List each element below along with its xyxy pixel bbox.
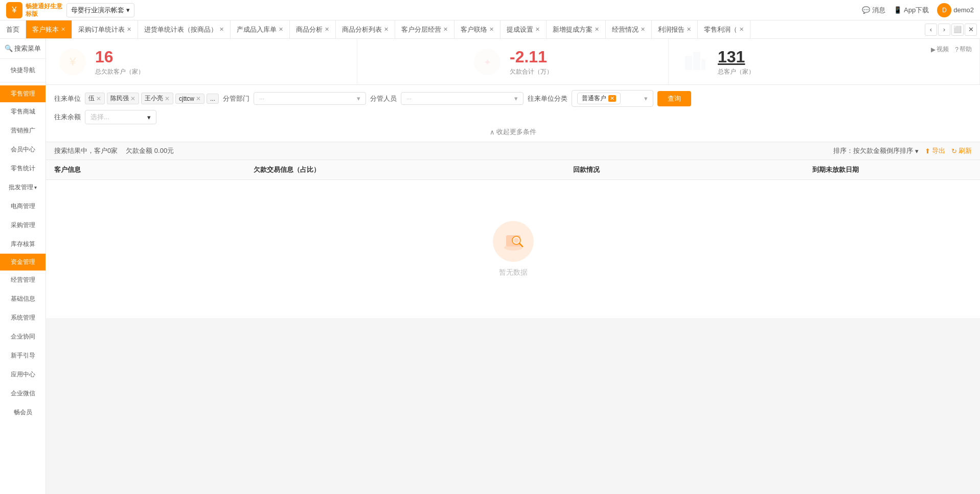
sidebar-item-purchase[interactable]: 采购管理 [0, 216, 45, 235]
sort-select[interactable]: 排序：按欠款金额倒序排序 ▾ [833, 146, 919, 155]
query-button[interactable]: 查询 [657, 91, 691, 106]
sidebar-item-enterprise-wechat[interactable]: 企业微信 [0, 384, 45, 403]
unit-tag-2[interactable]: 王小亮 ✕ [141, 93, 173, 104]
tab-accounts-receivable[interactable]: 客户账本 ✕ [26, 20, 72, 39]
content-area: ▶ 视频 ? 帮助 ¥ 16 总欠款客户（家） [46, 39, 980, 494]
video-btn[interactable]: ▶ 视频 [931, 45, 949, 54]
tab-stock-stats[interactable]: 进货单统计表（按商品） ✕ [138, 20, 231, 39]
remove-tag-icon[interactable]: ✕ [96, 95, 101, 102]
close-icon[interactable]: ✕ [535, 26, 540, 33]
chevron-up-icon: ∧ [490, 128, 495, 136]
close-icon[interactable]: ✕ [384, 26, 389, 33]
tabs-scroll-right[interactable]: › [938, 24, 950, 36]
sidebar-item-member[interactable]: 会员中心 [0, 140, 45, 159]
close-icon[interactable]: ✕ [739, 26, 744, 33]
stat-label-1: 总欠款客户（家） [95, 68, 144, 76]
company-select[interactable]: 母婴行业演示帐套 ▾ [66, 3, 134, 17]
unit-tag-more[interactable]: ... [207, 94, 219, 104]
tab-customer-connect[interactable]: 客户联络 ✕ [454, 20, 500, 39]
stats-top-right: ▶ 视频 ? 帮助 [931, 45, 972, 54]
stat-value-1: 16 [95, 48, 144, 66]
remove-tag-icon[interactable]: ✕ [608, 95, 616, 102]
sidebar-item-retail-stats[interactable]: 零售统计 [0, 159, 45, 178]
stat-info-3: 131 总客户（家） [718, 48, 755, 76]
help-btn[interactable]: ? 帮助 [955, 45, 972, 54]
unit-tag-0[interactable]: 伍 ✕ [85, 93, 105, 104]
close-icon[interactable]: ✕ [279, 26, 283, 33]
refresh-button[interactable]: ↻ 刷新 [951, 146, 972, 155]
tabs-close-all[interactable]: ✕ [965, 24, 977, 36]
data-table: 客户信息 欠款交易信息（占比） 回款情况 到期未放款日期 暂无数据 [46, 160, 980, 318]
sidebar-item-inventory[interactable]: 库存核算 [0, 235, 45, 254]
chevron-down-icon: ▾ [915, 147, 919, 155]
unit-type-tag[interactable]: 普通客户 ✕ [577, 93, 621, 104]
filter-row-2: 往来余额 选择... ▾ [54, 110, 972, 124]
tab-operations[interactable]: 经营情况 ✕ [606, 20, 652, 39]
sidebar-item-quick-nav[interactable]: 快捷导航 [0, 62, 45, 79]
svg-rect-4 [685, 56, 692, 70]
remove-tag-icon[interactable]: ✕ [196, 95, 201, 102]
tab-retail-profit[interactable]: 零售利润（ ✕ [698, 20, 750, 39]
collapse-button[interactable]: ∧ 收起更多条件 [490, 127, 536, 137]
sidebar-item-finance[interactable]: 资金管理 [0, 254, 45, 271]
close-icon[interactable]: ✕ [127, 26, 131, 33]
balance-input[interactable]: 选择... ▾ [85, 110, 156, 124]
sidebar-item-operations-mgmt[interactable]: 经营管理 [0, 271, 45, 289]
col-header-payment: 回款情况 [573, 165, 812, 174]
sidebar-item-retail-mall[interactable]: 零售商城 [0, 102, 45, 121]
svg-point-10 [514, 238, 519, 243]
close-icon[interactable]: ✕ [595, 26, 599, 33]
empty-icon [493, 221, 534, 262]
tab-goods-analysis-list[interactable]: 商品分析列表 ✕ [336, 20, 395, 39]
close-icon[interactable]: ✕ [443, 26, 448, 33]
tabs-scroll-left[interactable]: ‹ [925, 24, 937, 36]
top-bar-left: ¥ 畅捷通好生意 标版 母婴行业演示帐套 ▾ [6, 2, 134, 18]
tab-profit-report[interactable]: 利润报告 ✕ [652, 20, 698, 39]
close-icon[interactable]: ✕ [61, 26, 65, 33]
unit-label: 往来单位 [54, 94, 81, 103]
close-icon[interactable]: ✕ [489, 26, 494, 33]
tab-new-promotion[interactable]: 新增提成方案 ✕ [546, 20, 606, 39]
unit-tag-3[interactable]: cjttcw ✕ [175, 94, 204, 104]
sidebar-item-newbie[interactable]: 新手引导 [0, 346, 45, 365]
chevron-down-icon: ▾ [644, 95, 648, 102]
export-button[interactable]: ⬆ 导出 [925, 146, 945, 155]
remove-tag-icon[interactable]: ✕ [165, 95, 170, 102]
message-btn[interactable]: 💬 消息 [862, 6, 885, 15]
user-menu[interactable]: D demo2 [937, 3, 974, 17]
sidebar-item-marketing[interactable]: 营销推广 [0, 121, 45, 140]
sidebar-item-retail[interactable]: 零售管理 [0, 85, 45, 102]
dept-label: 分管部门 [223, 94, 249, 103]
tab-home[interactable]: 首页 [0, 20, 26, 39]
sidebar-item-basic-info[interactable]: 基础信息 [0, 289, 45, 308]
tab-goods-analysis[interactable]: 商品分析 ✕ [290, 20, 336, 39]
sidebar-item-vip-member[interactable]: 畅会员 [0, 403, 45, 422]
sidebar-item-system[interactable]: 系统管理 [0, 308, 45, 327]
tab-customer-tier[interactable]: 客户分层经营 ✕ [395, 20, 454, 39]
close-icon[interactable]: ✕ [219, 26, 224, 33]
sidebar: 🔍 搜索菜单 快捷导航 零售管理 零售商城 营销推广 会员中心 零售统计 [0, 39, 46, 494]
remove-tag-icon[interactable]: ✕ [130, 95, 135, 102]
logo-text: 畅捷通好生意 标版 [26, 3, 62, 17]
dept-select[interactable]: ··· ▾ [254, 92, 366, 105]
unit-tag-1[interactable]: 陈民强 ✕ [107, 93, 139, 104]
close-icon[interactable]: ✕ [325, 26, 329, 33]
sidebar-item-app-center[interactable]: 应用中心 [0, 365, 45, 384]
close-icon[interactable]: ✕ [687, 26, 691, 33]
person-select[interactable]: ··· ▾ [401, 92, 523, 105]
tab-purchase-order-stats[interactable]: 采购订单统计表 ✕ [72, 20, 138, 39]
export-icon: ⬆ [925, 147, 930, 155]
sidebar-item-ecommerce[interactable]: 电商管理 [0, 197, 45, 216]
unit-type-select[interactable]: 普通客户 ✕ ▾ [572, 90, 653, 107]
close-icon[interactable]: ✕ [641, 26, 645, 33]
message-icon: 💬 [862, 6, 870, 14]
tabs-maximize[interactable]: ⬜ [951, 24, 964, 36]
sidebar-item-enterprise[interactable]: 企业协同 [0, 327, 45, 346]
unit-type-label: 往来单位分类 [528, 94, 567, 103]
tab-production-stock[interactable]: 产成品入库单 ✕ [231, 20, 290, 39]
sidebar-item-wholesale[interactable]: 批发管理 ▾ [0, 178, 45, 197]
app-download-btn[interactable]: 📱 App下载 [894, 6, 929, 15]
tab-promotion-settings[interactable]: 提成设置 ✕ [500, 20, 546, 39]
sidebar-search[interactable]: 🔍 搜索菜单 [0, 39, 45, 59]
stat-card-2: ✦ -2.11 欠款合计（万） [357, 39, 669, 84]
